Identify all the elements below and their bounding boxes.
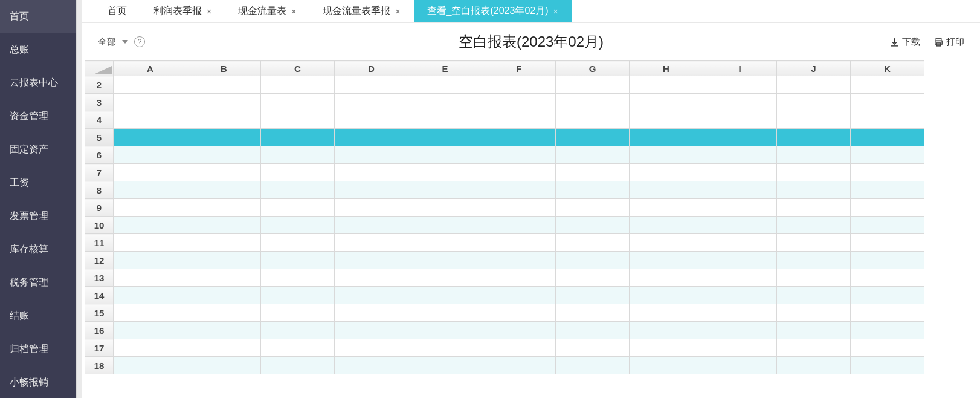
cell-H12[interactable]: [630, 252, 703, 269]
cell-F10[interactable]: [482, 217, 556, 234]
cell-D13[interactable]: [335, 269, 408, 287]
cell-B15[interactable]: [187, 304, 261, 322]
cell-B12[interactable]: [187, 252, 261, 269]
cell-H18[interactable]: [630, 357, 703, 374]
close-icon[interactable]: ×: [553, 7, 558, 16]
cell-E2[interactable]: [408, 76, 482, 94]
cell-H3[interactable]: [630, 94, 703, 111]
cell-F15[interactable]: [482, 304, 556, 322]
cell-B16[interactable]: [187, 322, 261, 339]
column-header-A[interactable]: A: [114, 61, 187, 76]
cell-J18[interactable]: [777, 357, 851, 374]
cell-B6[interactable]: [187, 146, 261, 164]
cell-F13[interactable]: [482, 269, 556, 287]
cell-E15[interactable]: [408, 304, 482, 322]
cell-E14[interactable]: [408, 287, 482, 304]
cell-I4[interactable]: [703, 111, 777, 129]
cell-C14[interactable]: [261, 287, 335, 304]
grid-corner[interactable]: [85, 61, 114, 76]
cell-D15[interactable]: [335, 304, 408, 322]
cell-B3[interactable]: [187, 94, 261, 111]
sidebar-item-9[interactable]: 结账: [0, 299, 76, 333]
cell-B14[interactable]: [187, 287, 261, 304]
cell-I13[interactable]: [703, 269, 777, 287]
cell-I3[interactable]: [703, 94, 777, 111]
cell-A11[interactable]: [114, 234, 187, 252]
row-header-2[interactable]: 2: [85, 76, 114, 94]
sidebar-item-7[interactable]: 库存核算: [0, 233, 76, 266]
cell-G11[interactable]: [556, 234, 630, 252]
cell-I8[interactable]: [703, 181, 777, 199]
cell-D2[interactable]: [335, 76, 408, 94]
row-header-18[interactable]: 18: [85, 357, 114, 374]
cell-G5[interactable]: [556, 129, 630, 146]
cell-C7[interactable]: [261, 164, 335, 181]
sidebar-item-0[interactable]: 首页: [0, 0, 76, 33]
cell-K10[interactable]: [851, 217, 924, 234]
cell-F12[interactable]: [482, 252, 556, 269]
cell-B11[interactable]: [187, 234, 261, 252]
tab-3[interactable]: 现金流量表季报×: [309, 0, 413, 22]
row-header-10[interactable]: 10: [85, 217, 114, 234]
cell-B13[interactable]: [187, 269, 261, 287]
cell-A7[interactable]: [114, 164, 187, 181]
cell-C6[interactable]: [261, 146, 335, 164]
cell-I12[interactable]: [703, 252, 777, 269]
cell-F6[interactable]: [482, 146, 556, 164]
cell-B10[interactable]: [187, 217, 261, 234]
cell-J5[interactable]: [777, 129, 851, 146]
cell-F14[interactable]: [482, 287, 556, 304]
cell-D16[interactable]: [335, 322, 408, 339]
close-icon[interactable]: ×: [291, 7, 296, 16]
cell-C16[interactable]: [261, 322, 335, 339]
cell-J10[interactable]: [777, 217, 851, 234]
cell-I16[interactable]: [703, 322, 777, 339]
cell-B4[interactable]: [187, 111, 261, 129]
column-header-C[interactable]: C: [261, 61, 335, 76]
cell-D11[interactable]: [335, 234, 408, 252]
cell-A14[interactable]: [114, 287, 187, 304]
cell-A3[interactable]: [114, 94, 187, 111]
cell-C13[interactable]: [261, 269, 335, 287]
sidebar-item-2[interactable]: 云报表中心: [0, 67, 76, 100]
cell-J3[interactable]: [777, 94, 851, 111]
cell-I9[interactable]: [703, 199, 777, 217]
download-button[interactable]: 下载: [889, 36, 920, 48]
cell-E12[interactable]: [408, 252, 482, 269]
cell-G14[interactable]: [556, 287, 630, 304]
sidebar-item-10[interactable]: 归档管理: [0, 333, 76, 366]
cell-F17[interactable]: [482, 339, 556, 357]
cell-G9[interactable]: [556, 199, 630, 217]
cell-C12[interactable]: [261, 252, 335, 269]
cell-H8[interactable]: [630, 181, 703, 199]
sidebar-item-4[interactable]: 固定资产: [0, 133, 76, 166]
cell-C2[interactable]: [261, 76, 335, 94]
filter-dropdown[interactable]: 全部 ?: [98, 36, 145, 48]
row-header-13[interactable]: 13: [85, 269, 114, 287]
cell-D17[interactable]: [335, 339, 408, 357]
cell-I10[interactable]: [703, 217, 777, 234]
cell-J9[interactable]: [777, 199, 851, 217]
cell-C8[interactable]: [261, 181, 335, 199]
cell-C3[interactable]: [261, 94, 335, 111]
cell-E5[interactable]: [408, 129, 482, 146]
cell-D9[interactable]: [335, 199, 408, 217]
cell-F4[interactable]: [482, 111, 556, 129]
cell-H5[interactable]: [630, 129, 703, 146]
row-header-9[interactable]: 9: [85, 199, 114, 217]
cell-J16[interactable]: [777, 322, 851, 339]
cell-K12[interactable]: [851, 252, 924, 269]
cell-A16[interactable]: [114, 322, 187, 339]
cell-G13[interactable]: [556, 269, 630, 287]
cell-G6[interactable]: [556, 146, 630, 164]
cell-A10[interactable]: [114, 217, 187, 234]
cell-E13[interactable]: [408, 269, 482, 287]
cell-K14[interactable]: [851, 287, 924, 304]
cell-K17[interactable]: [851, 339, 924, 357]
cell-I11[interactable]: [703, 234, 777, 252]
spreadsheet[interactable]: ABCDEFGHIJK23456789101112131415161718: [82, 60, 980, 398]
cell-K11[interactable]: [851, 234, 924, 252]
cell-F7[interactable]: [482, 164, 556, 181]
cell-D5[interactable]: [335, 129, 408, 146]
cell-J8[interactable]: [777, 181, 851, 199]
